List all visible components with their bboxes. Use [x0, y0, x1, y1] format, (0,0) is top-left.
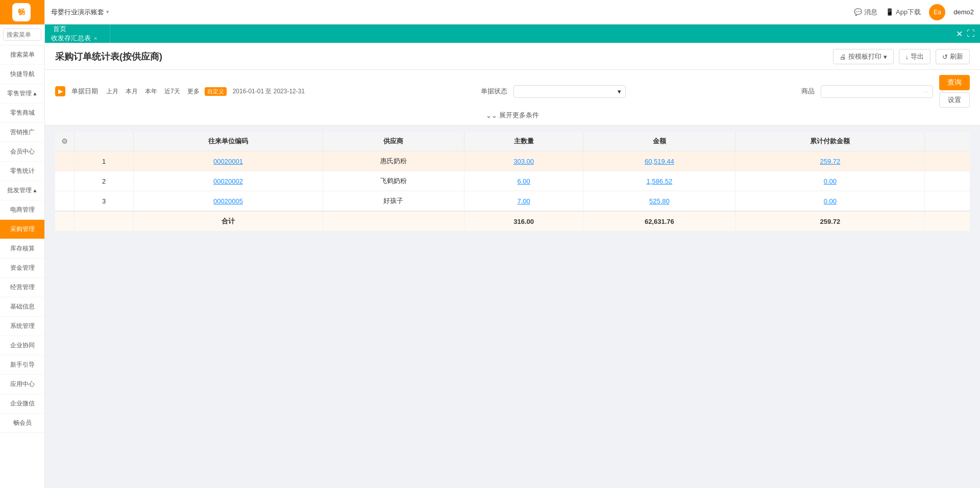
quantity-link[interactable]: 6.00 — [517, 177, 530, 185]
refresh-button[interactable]: ↺ 刷新 — [936, 49, 970, 64]
refresh-label: 刷新 — [950, 52, 963, 61]
sidebar-item-6[interactable]: 零售统计 — [0, 162, 44, 181]
app-download-button[interactable]: 📱 App下载 — [886, 8, 921, 17]
goods-input-dots-icon: ··· — [923, 88, 928, 95]
quantity-link[interactable]: 303.00 — [513, 158, 534, 165]
row-amount: 525.80 — [583, 191, 736, 212]
settings-button[interactable]: 设置 — [939, 92, 970, 108]
quantity-link[interactable]: 7.00 — [517, 197, 530, 205]
custom-date-badge[interactable]: 自定义 — [205, 87, 227, 96]
row-index: 3 — [75, 191, 134, 212]
tab-home[interactable]: 首页 — [45, 24, 110, 34]
date-shortcuts: 上月 本月 本年 近7天 更多 自定义 — [104, 87, 227, 96]
sidebar-item-3[interactable]: 零售商城 — [0, 104, 44, 123]
tab-collect-dispatch[interactable]: 收发存汇总表× — [45, 34, 110, 43]
logo-area: 畅 — [0, 0, 44, 24]
row-supplier-code[interactable]: 00020002 — [134, 171, 323, 191]
column-quantity: 主数量 — [464, 132, 583, 151]
query-button[interactable]: 查询 — [939, 75, 970, 90]
supplier-code-link[interactable]: 00020005 — [213, 197, 243, 205]
filter-collapse-button[interactable]: ▶ — [55, 86, 65, 96]
paid-amount-link[interactable]: 0.00 — [824, 177, 837, 185]
row-setting — [55, 191, 75, 212]
tab-close-collect-dispatch[interactable]: × — [94, 35, 97, 41]
sidebar-item-19[interactable]: 畅会员 — [0, 414, 44, 433]
shortcut-7days[interactable]: 近7天 — [162, 87, 182, 96]
column-supplier-name: 供应商 — [323, 132, 464, 151]
sidebar-item-5[interactable]: 会员中心 — [0, 142, 44, 162]
sidebar: 畅 搜索菜单快捷导航零售管理 ▲零售商城营销推广会员中心零售统计批发管理 ▲电商… — [0, 0, 45, 488]
supplier-code-link[interactable]: 00020002 — [213, 177, 243, 185]
table-row: 1 00020001 惠氏奶粉 303.00 60,519.44 259.72 — [55, 151, 970, 171]
paid-amount-link[interactable]: 0.00 — [824, 197, 837, 205]
gear-icon[interactable]: ⚙ — [61, 137, 68, 145]
shortcut-more[interactable]: 更多 — [185, 87, 202, 96]
sidebar-item-16[interactable]: 新手引导 — [0, 355, 44, 375]
row-supplier-code[interactable]: 00020001 — [134, 151, 323, 171]
tab-maximize-icon[interactable]: ⛶ — [967, 29, 975, 38]
amount-link[interactable]: 60,519.44 — [645, 158, 674, 165]
amount-link[interactable]: 525.80 — [649, 197, 670, 205]
sidebar-item-4[interactable]: 营销推广 — [0, 123, 44, 142]
row-extra — [925, 191, 970, 212]
goods-filter-input[interactable]: ··· — [821, 85, 933, 98]
row-index: 1 — [75, 151, 134, 171]
row-supplier-code[interactable]: 00020005 — [134, 191, 323, 212]
row-setting — [55, 151, 75, 171]
row-quantity: 303.00 — [464, 151, 583, 171]
avatar[interactable]: Ea — [929, 4, 945, 20]
topbar-left: 母婴行业演示账套 ▾ — [51, 8, 109, 17]
sidebar-item-0[interactable]: 搜索菜单 — [0, 45, 44, 65]
export-button[interactable]: ↓ 导出 — [899, 49, 931, 64]
sidebar-item-13[interactable]: 基础信息 — [0, 297, 44, 317]
sidebar-item-18[interactable]: 企业微信 — [0, 394, 44, 414]
sidebar-item-15[interactable]: 企业协同 — [0, 336, 44, 355]
shortcut-this-year[interactable]: 本年 — [143, 87, 159, 96]
supplier-code-link[interactable]: 00020001 — [213, 158, 243, 165]
sidebar-item-14[interactable]: 系统管理 — [0, 317, 44, 336]
user-name[interactable]: demo2 — [953, 8, 974, 16]
main-area: 母婴行业演示账套 ▾ 💬 消息 📱 App下载 Ea demo2 首页收发存汇总… — [45, 0, 980, 488]
sidebar-item-9[interactable]: 采购管理 — [0, 220, 44, 239]
export-icon: ↓ — [905, 53, 909, 61]
sidebar-item-8[interactable]: 电商管理 — [0, 200, 44, 220]
download-icon: 📱 — [886, 8, 894, 16]
message-button[interactable]: 💬 消息 — [854, 8, 877, 17]
column-index — [75, 132, 134, 151]
workspace-selector[interactable]: 母婴行业演示账套 ▾ — [51, 8, 109, 17]
tab-close-all-icon[interactable]: ✕ — [956, 29, 963, 39]
sidebar-item-17[interactable]: 应用中心 — [0, 375, 44, 394]
page-content: 采购订单统计表(按供应商) 🖨 按模板打印 ▾ ↓ 导出 ↺ 刷新 — [45, 43, 980, 488]
shortcut-this-month[interactable]: 本月 — [124, 87, 140, 96]
sidebar-item-2[interactable]: 零售管理 ▲ — [0, 84, 44, 104]
sidebar-item-11[interactable]: 资金管理 — [0, 259, 44, 278]
sidebar-item-12[interactable]: 经营管理 — [0, 278, 44, 297]
sidebar-item-1[interactable]: 快捷导航 — [0, 65, 44, 84]
paid-amount-link[interactable]: 259.72 — [820, 158, 840, 165]
refresh-icon: ↺ — [942, 53, 948, 61]
row-supplier-name: 好孩子 — [323, 191, 464, 212]
print-template-chevron: ▾ — [884, 53, 887, 61]
search-input[interactable] — [3, 29, 41, 41]
footer-paid-amount: 259.72 — [736, 211, 925, 232]
logo-text: 畅 — [18, 8, 25, 17]
status-filter-select[interactable]: ▾ — [513, 85, 626, 98]
row-paid-amount: 0.00 — [736, 191, 925, 212]
expand-label: 展开更多条件 — [499, 111, 539, 120]
amount-link[interactable]: 1,586.52 — [647, 177, 673, 185]
shortcut-last-month[interactable]: 上月 — [104, 87, 120, 96]
print-template-button[interactable]: 🖨 按模板打印 ▾ — [833, 49, 894, 64]
logo-icon: 畅 — [12, 3, 31, 21]
sidebar-item-10[interactable]: 库存核算 — [0, 239, 44, 259]
footer-row: 合计 316.00 62,631.76 259.72 — [55, 211, 970, 232]
sidebar-item-7[interactable]: 批发管理 ▲ — [0, 181, 44, 200]
workspace-chevron-icon: ▾ — [106, 9, 109, 15]
filter-row-1: ▶ 单据日期 上月 本月 本年 近7天 更多 自定义 2016-01-01 至 … — [55, 75, 970, 108]
row-index: 2 — [75, 171, 134, 191]
table-row: 3 00020005 好孩子 7.00 525.80 0.00 — [55, 191, 970, 212]
footer-index — [75, 211, 134, 232]
row-extra — [925, 171, 970, 191]
sidebar-search — [0, 24, 44, 45]
expand-more-button[interactable]: ⌄⌄ 展开更多条件 — [55, 111, 970, 120]
column-setting: ⚙ — [55, 132, 75, 151]
